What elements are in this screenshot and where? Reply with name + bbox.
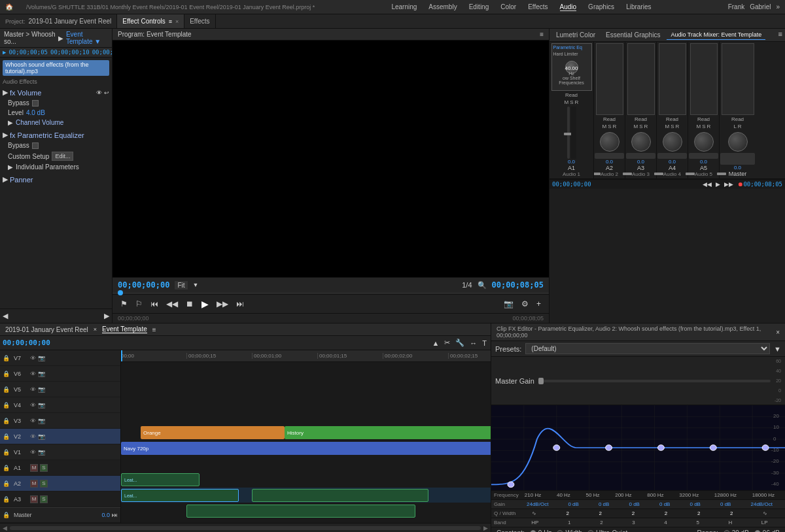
go-out-button[interactable]: ⏭ <box>234 298 247 310</box>
text-tool[interactable]: T <box>481 338 488 348</box>
settings-button[interactable]: ⚙ <box>519 298 531 310</box>
master-handle[interactable] <box>717 173 726 175</box>
a1-mute[interactable]: M <box>30 464 38 472</box>
volume-eye-icon[interactable]: 👁 <box>96 90 102 96</box>
volume-header[interactable]: ▶ fx Volume 👁 ↩ <box>3 87 109 98</box>
band-4-point[interactable] <box>710 445 716 451</box>
presets-chevron[interactable]: ▼ <box>774 345 781 353</box>
a4-knob[interactable] <box>663 132 682 152</box>
bypass-checkbox[interactable] <box>32 100 39 107</box>
gain-thumb[interactable] <box>538 378 544 384</box>
r-a1[interactable]: R <box>575 99 579 105</box>
a3-knob[interactable] <box>631 132 651 152</box>
a1-solo[interactable]: S <box>40 464 48 472</box>
lumetri-tab[interactable]: Lumetri Color <box>552 30 599 40</box>
s-a2[interactable]: S <box>608 124 611 129</box>
band-h[interactable]: H <box>728 520 732 525</box>
razor-tool[interactable]: 🔧 <box>454 337 466 348</box>
radio-uq-dot[interactable] <box>587 530 594 533</box>
nav-audio[interactable]: Audio <box>560 3 577 11</box>
more-icon[interactable]: » <box>776 3 780 10</box>
master-fader-track[interactable] <box>720 153 755 165</box>
transport-fwd[interactable]: ▶▶ <box>724 181 733 188</box>
fit-select[interactable]: Fit <box>175 281 187 290</box>
q-5[interactable]: 2 <box>730 510 733 516</box>
a3-fader-track[interactable] <box>626 153 655 159</box>
nav-effects[interactable]: Effects <box>528 3 548 11</box>
stop-button[interactable]: ⏹ <box>183 298 196 310</box>
gain-2[interactable]: 0 dB <box>599 501 609 507</box>
a2-solo[interactable]: S <box>40 480 48 488</box>
nav-color[interactable]: Color <box>500 3 516 11</box>
fader-track[interactable] <box>567 107 570 159</box>
m-a1[interactable]: M <box>565 99 569 105</box>
orange-clip[interactable]: Orange <box>141 426 285 439</box>
band-5[interactable]: 5 <box>696 520 699 525</box>
effect-controls-tab[interactable]: Effect Controls ≡ × <box>117 14 184 28</box>
nav-assembly[interactable]: Assembly <box>428 3 457 11</box>
radio-width-dot[interactable] <box>557 530 563 533</box>
band-hp-point[interactable] <box>508 482 514 488</box>
a3-handle[interactable] <box>623 173 632 175</box>
effect-controls-menu-icon[interactable]: ≡ <box>169 18 172 25</box>
band-lp[interactable]: LP <box>761 520 768 525</box>
a2-knob[interactable] <box>600 132 619 152</box>
m-a2[interactable]: M <box>602 124 607 129</box>
a5-handle[interactable] <box>686 173 695 175</box>
gain-5[interactable]: 0 dB <box>689 501 700 507</box>
parametric-eq-box[interactable]: Parametric Eq Hard Limiter 40.00 Hz ow S… <box>551 43 592 91</box>
nav-graphics[interactable]: Graphics <box>588 3 614 11</box>
chevron-down-icon[interactable]: ▼ <box>193 282 199 288</box>
scrubber-thumb[interactable] <box>118 290 123 295</box>
band-hp[interactable]: HP <box>531 520 538 525</box>
scroll-right[interactable]: ▶ <box>483 525 488 531</box>
gain-1[interactable]: 0 dB <box>568 501 578 507</box>
effects-tab[interactable]: Effects <box>184 14 215 28</box>
program-menu-icon[interactable]: ≡ <box>540 31 544 38</box>
transport-rec[interactable]: ⏺ <box>737 181 743 188</box>
mark-out-button[interactable]: ⚐ <box>133 298 145 310</box>
band-2-point[interactable] <box>606 445 612 451</box>
mark-in-button[interactable]: ⚑ <box>118 298 130 310</box>
band-4[interactable]: 4 <box>664 520 667 525</box>
export-frame-button[interactable]: 📷 <box>501 298 516 310</box>
individual-params-row[interactable]: ▶ Individual Parameters <box>3 162 109 172</box>
a1-clip[interactable]: Leat... <box>121 473 200 486</box>
r-a5[interactable]: R <box>707 124 711 129</box>
v5-vis-icon[interactable]: 👁 <box>30 386 36 393</box>
edit-button[interactable]: Edit... <box>52 152 73 161</box>
panner-header[interactable]: ▶ Panner <box>3 174 109 185</box>
q-hp[interactable]: ∿ <box>532 510 536 516</box>
v1-vis-icon[interactable]: 👁 <box>30 449 36 456</box>
step-fwd-button[interactable]: ▶▶ <box>214 298 231 310</box>
mixer-menu-icon[interactable]: ≡ <box>778 30 782 40</box>
band-2[interactable]: 2 <box>600 520 602 525</box>
level-value[interactable]: 4.0 dB <box>26 109 45 116</box>
a2-fader-track[interactable] <box>595 153 624 159</box>
a3-mute[interactable]: M <box>30 495 38 503</box>
gain-7[interactable]: 24dB/Oct <box>751 501 773 507</box>
slip-tool[interactable]: ↔ <box>468 338 478 348</box>
project-tab-tl[interactable]: 2019-01 January Event Reel <box>5 326 88 333</box>
master-knob[interactable] <box>728 132 748 152</box>
band-1-point[interactable] <box>553 445 560 451</box>
volume-reset-icon[interactable]: ↩ <box>104 90 109 96</box>
close-icon-tl[interactable]: × <box>94 326 97 333</box>
transport-back[interactable]: ◀◀ <box>703 181 712 188</box>
v7-vis-icon[interactable]: 👁 <box>30 355 36 361</box>
gain-6[interactable]: 0 dB <box>720 501 731 507</box>
navy-clip[interactable]: Navy 720p <box>121 442 491 455</box>
band-3-point[interactable] <box>657 445 664 451</box>
q-4[interactable]: 2 <box>697 510 700 516</box>
q-1[interactable]: 2 <box>599 510 602 516</box>
a5-knob[interactable] <box>694 132 714 152</box>
m-a3[interactable]: M <box>634 124 638 129</box>
transport-play[interactable]: ▶ <box>716 181 720 188</box>
a2-mute[interactable]: M <box>30 480 38 488</box>
band-5-point[interactable] <box>762 445 769 451</box>
effect-controls-close[interactable]: × <box>175 18 179 25</box>
s-a5[interactable]: S <box>702 124 705 129</box>
m-a4[interactable]: M <box>665 124 670 129</box>
r-a3[interactable]: R <box>644 124 648 129</box>
go-in-button[interactable]: ⏮ <box>148 298 161 310</box>
